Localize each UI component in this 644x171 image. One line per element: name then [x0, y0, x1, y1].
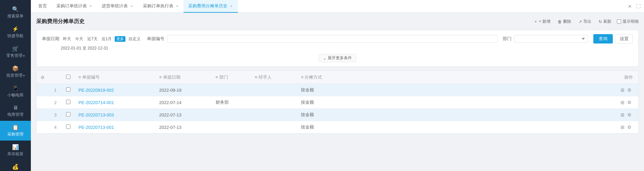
row-gear: [37, 109, 49, 121]
row-select-checkbox[interactable]: [66, 112, 70, 116]
header-actions: ＋ + 新增 🗑 删除 ↗ 导出 ↻ 刷新 显示明细: [532, 17, 639, 26]
maximize-window-btn[interactable]: ⛶: [635, 3, 641, 10]
sidebar-item-retail[interactable]: 🛒 零售管理 ▾: [0, 42, 31, 62]
chevron-down-icon: ⌄: [323, 56, 326, 61]
row-operator: [251, 96, 297, 109]
sidebar-item-label: 零售管理: [6, 53, 22, 59]
sidebar-item-quick-nav[interactable]: ⚡ 快捷导航: [0, 22, 31, 42]
row-dept: [212, 84, 251, 96]
order-no-link[interactable]: PE-20220714-001: [78, 100, 114, 105]
tab-purchase-cost-history[interactable]: 采购费用分摊单历史×: [183, 0, 237, 13]
col-dept: ≡ 部门: [212, 71, 251, 84]
wholesale-icon: 📦: [12, 65, 19, 72]
today-btn[interactable]: 今天: [74, 36, 84, 42]
op-more-icon[interactable]: ⚙: [627, 124, 632, 130]
dept-select[interactable]: [514, 35, 588, 43]
sidebar-item-inventory[interactable]: 📊 库存核算: [0, 141, 31, 160]
op-view-icon[interactable]: ⊞: [621, 112, 625, 117]
row-checkbox: [62, 96, 74, 109]
order-no-link[interactable]: PE-20220919-002: [78, 88, 114, 93]
row-order-no: PE-20220919-002: [74, 84, 155, 96]
custom-btn[interactable]: 自定义: [127, 36, 142, 42]
last7days-btn[interactable]: 近7天: [86, 36, 99, 42]
sidebar-item-wholesale[interactable]: 📦 批发管理 ▾: [0, 62, 31, 82]
order-no-link[interactable]: PE-20220713-001: [78, 125, 114, 130]
date-range-display: 2022-01-01 至 2022-12-31: [42, 46, 633, 51]
close-window-btn[interactable]: ✕: [627, 3, 633, 10]
op-view-icon[interactable]: ⊞: [621, 100, 625, 105]
select-all-checkbox[interactable]: [66, 75, 70, 79]
tab-close-icon[interactable]: ×: [89, 4, 92, 8]
row-select-checkbox[interactable]: [66, 87, 70, 92]
tab-bar: 首页采购订单统计表×进货单统计表×采购订单执行表×采购费用分摊单历史× ✕ ⛶: [31, 0, 644, 13]
export-button[interactable]: ↗ 导出: [577, 17, 593, 26]
gear-icon[interactable]: ⚙: [41, 75, 45, 80]
table-row: 3 PE-20220713-003 2022-07-13 按金额 ⊞ ⚙: [37, 109, 638, 121]
order-no-label: 单据编号: [147, 36, 164, 42]
sidebar-item-finance[interactable]: 💰 资金管理: [0, 160, 31, 171]
refresh-icon: ↻: [599, 19, 602, 24]
delete-button[interactable]: 🗑 删除: [556, 17, 573, 26]
row-gear: [37, 121, 49, 134]
row-dept: 财务部: [212, 96, 251, 109]
row-select-checkbox[interactable]: [66, 100, 70, 104]
op-view-icon[interactable]: ⊞: [621, 87, 625, 93]
row-num: 3: [49, 109, 62, 121]
filter-row: 单据日期 昨天 今天 近7天 近1月 更多 自定义 单据编号: [42, 34, 633, 44]
tab-close-icon[interactable]: ×: [130, 4, 133, 8]
op-more-icon[interactable]: ⚙: [627, 87, 632, 93]
tab-home[interactable]: 首页: [34, 0, 52, 13]
row-operator: [251, 84, 297, 96]
tab-label: 进货单统计表: [102, 3, 128, 9]
order-no-link[interactable]: PE-20220713-003: [78, 112, 114, 117]
col-date: ≡ 单据日期: [155, 71, 212, 84]
row-operations: ⊞ ⚙: [598, 84, 638, 96]
last1month-btn[interactable]: 近1月: [101, 36, 113, 42]
add-button[interactable]: ＋ + 新增: [532, 17, 552, 26]
tab-close-icon[interactable]: ×: [229, 4, 233, 8]
tab-purchase-order-summary[interactable]: 采购订单统计表×: [52, 0, 97, 13]
row-split-method: 按金额: [297, 96, 598, 109]
row-num: 2: [49, 96, 62, 109]
sidebar-item-label: 库存核算: [7, 151, 23, 157]
op-more-icon[interactable]: ⚙: [627, 100, 632, 105]
sidebar-item-ecommerce[interactable]: 🖥 电商管理: [0, 101, 31, 121]
date-filter-label: 单据日期: [42, 36, 59, 42]
dept-filter: 部门: [503, 35, 588, 43]
search-button[interactable]: 查询: [593, 34, 613, 44]
sidebar-item-purchase[interactable]: 📋 采购管理: [0, 121, 31, 141]
expand-row: ⌄ 展开更多条件: [42, 54, 633, 62]
show-cols-input[interactable]: [617, 19, 621, 24]
row-checkbox: [62, 84, 74, 96]
table-row: 2 PE-20220714-001 2022-07-14 财务部 按金额 ⊞ ⚙: [37, 96, 638, 109]
filter-buttons: 查询 设置: [593, 34, 633, 44]
tab-close-icon[interactable]: ×: [175, 4, 179, 8]
sidebar-item-mini[interactable]: 📱 小畅电商: [0, 82, 31, 101]
tab-goods-in-summary[interactable]: 进货单统计表×: [97, 0, 138, 13]
mini-icon: 📱: [12, 85, 19, 91]
yesterday-btn[interactable]: 昨天: [62, 36, 72, 42]
row-split-method: 按金额: [297, 109, 598, 121]
tab-purchase-order-exec[interactable]: 采购订单执行表×: [138, 0, 183, 13]
sidebar-item-search[interactable]: 🔍 搜索菜单: [0, 3, 31, 22]
row-split-method: 按金额: [297, 84, 598, 96]
row-select-checkbox[interactable]: [66, 124, 70, 129]
op-more-icon[interactable]: ⚙: [627, 112, 632, 117]
table-row: 1 PE-20220919-002 2022-09-19 按金额 ⊞ ⚙: [37, 84, 638, 96]
more-btn[interactable]: 更多: [115, 36, 125, 42]
filter-area: 单据日期 昨天 今天 近7天 近1月 更多 自定义 单据编号: [36, 30, 639, 67]
refresh-button[interactable]: ↻ 刷新: [597, 17, 613, 26]
op-view-icon[interactable]: ⊞: [621, 124, 625, 130]
main-content: 首页采购订单统计表×进货单统计表×采购订单执行表×采购费用分摊单历史× ✕ ⛶ …: [31, 0, 644, 171]
filter-settings-button[interactable]: 设置: [615, 34, 633, 44]
chevron-icon: ▾: [23, 74, 25, 77]
finance-icon: 💰: [12, 164, 19, 170]
row-order-no: PE-20220713-001: [74, 121, 155, 134]
row-date: 2022-07-13: [155, 121, 212, 134]
order-no-input[interactable]: [167, 35, 497, 43]
expand-more-btn[interactable]: ⌄ 展开更多条件: [319, 54, 356, 62]
data-table: ⚙ ≡ 单据编号 ≡ 单据日期 ≡ 部门: [37, 71, 638, 134]
show-cols-checkbox[interactable]: 显示明细: [617, 19, 639, 24]
order-no-filter: 单据编号: [147, 35, 497, 43]
col-split-method: ≡ 分摊方式: [297, 71, 598, 84]
